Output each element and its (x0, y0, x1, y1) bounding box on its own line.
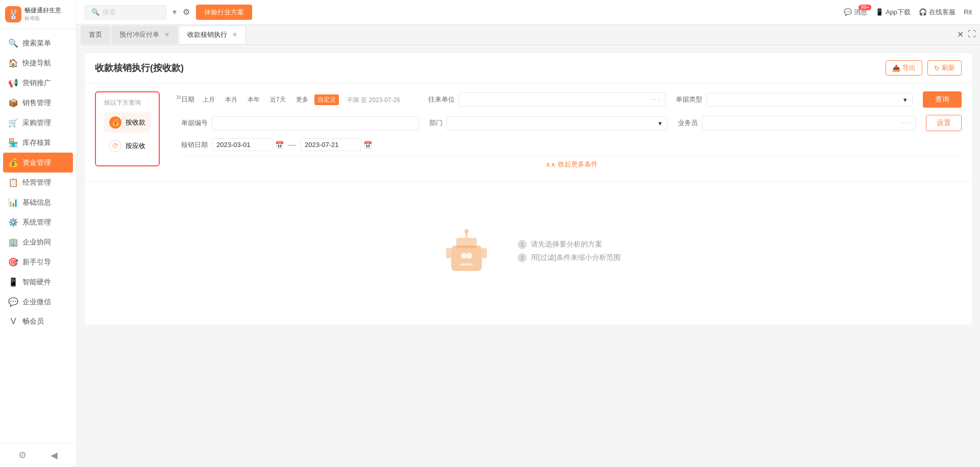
online-service-button[interactable]: 🎧 在线客服 (919, 8, 955, 17)
sidebar-label-wechat: 企业微信 (22, 298, 51, 307)
svg-point-3 (466, 253, 472, 259)
sidebar-item-hardware[interactable]: 📱智能硬件 (0, 272, 76, 292)
tabbar: 首页 预付冲应付单 ✕ 收款核销执行 ✕ ✕ ⛶ (77, 24, 980, 45)
doc-no-input[interactable] (212, 116, 419, 130)
sidebar-item-inventory[interactable]: 🏪库存核算 (0, 133, 76, 153)
topbar-right: 💬 消息 99+ 📱 App下载 🎧 在线客服 Rit (844, 8, 972, 17)
tabbar-right: ✕ ⛶ (957, 30, 976, 39)
counterparty-label: 往来单位 (428, 95, 455, 104)
date-tab-custom[interactable]: 自定义 (314, 94, 339, 105)
filter-by-receivable[interactable]: ⏱ 按应收 (104, 136, 151, 156)
date-tab-this-month[interactable]: 本月 (221, 94, 241, 105)
collapse-sidebar-icon[interactable]: ◀ (51, 450, 58, 461)
writeoff-date-start-input[interactable] (212, 138, 273, 151)
sidebar-label-system: 系统管理 (22, 218, 51, 227)
sidebar-bottom: ⚙ ◀ (0, 443, 76, 467)
hardware-icon: 📱 (8, 277, 18, 287)
refresh-button[interactable]: ↻ 刷新 (927, 60, 962, 76)
sidebar-label-search: 搜索菜单 (22, 39, 51, 48)
sidebar-label-business: 经营管理 (22, 178, 51, 187)
sidebar-item-marketing[interactable]: 📢营销推广 (0, 73, 76, 93)
sidebar-logo: 🐰 畅捷通好生意 标准版 (0, 0, 76, 29)
date-field: 日期 上月 本月 本年 近7天 更多 自定义 不限 至 2023-07-26 (181, 94, 418, 105)
industry-solution-button[interactable]: 休验行业方案 (196, 5, 252, 20)
doc-no-field: 单据编号 (181, 116, 419, 130)
search-placeholder: 搜索 (103, 8, 116, 17)
date-tab-7days[interactable]: 近7天 (266, 94, 290, 105)
writeoff-date-end-input[interactable] (300, 138, 361, 151)
date-tab-last-month[interactable]: 上月 (199, 94, 219, 105)
salesperson-more-icon[interactable]: ··· (901, 118, 911, 128)
setting-button[interactable]: 设置 (926, 115, 962, 131)
collapse-more-button[interactable]: ∧∧ 收起更多条件 (181, 155, 962, 173)
calendar-start-icon[interactable]: 📅 (275, 141, 284, 149)
sidebar-item-member[interactable]: V畅会员 (0, 312, 76, 331)
sidebar-item-search[interactable]: 🔍搜索菜单 (0, 33, 76, 53)
gear-icon[interactable]: ⚙ (183, 7, 190, 17)
wechat-icon: 💬 (8, 297, 18, 307)
sidebar-item-corp[interactable]: 🏢企业协同 (0, 232, 76, 252)
finance-icon: 💰 (8, 158, 18, 167)
empty-illustration (436, 223, 497, 284)
calendar-end-icon[interactable]: 📅 (363, 141, 372, 149)
page-actions: 📤 导出 ↻ 刷新 (886, 60, 962, 76)
close-receipt-tab-icon[interactable]: ✕ (232, 31, 237, 38)
doc-type-field: 单据类型 ▾ (676, 93, 913, 107)
search-icon: 🔍 (91, 8, 100, 16)
salesperson-label: 业务员 (678, 118, 698, 128)
filter-row-1: 日期 上月 本月 本年 近7天 更多 自定义 不限 至 2023-07-26 (181, 91, 962, 108)
counterparty-more-icon[interactable]: ··· (651, 95, 660, 104)
filter-left-title: 按以下方查询 (104, 99, 151, 107)
sidebar-item-business[interactable]: 📋经营管理 (0, 173, 76, 192)
system-icon: ⚙️ (8, 217, 18, 227)
doc-no-label: 单据编号 (181, 118, 208, 128)
svg-rect-1 (456, 238, 477, 248)
sidebar-item-sales[interactable]: 📦销售管理 (0, 93, 76, 113)
date-label: 日期 (181, 95, 194, 104)
filter-row-3: 核销日期 📅 — 📅 (181, 138, 962, 151)
user-profile[interactable]: Rit (964, 8, 972, 16)
sidebar-menu: 🔍搜索菜单🏠快捷导航📢营销推广📦销售管理🛒采购管理🏪库存核算💰资金管理📋经营管理… (0, 29, 76, 443)
guide-icon: 🎯 (8, 257, 18, 267)
sidebar-label-purchase: 采购管理 (22, 118, 51, 128)
close-all-tabs-icon[interactable]: ✕ (957, 30, 964, 39)
message-badge: 99+ (859, 5, 871, 10)
chevron-down-icon[interactable]: ▾ (173, 7, 177, 17)
settings-icon[interactable]: ⚙ (18, 450, 27, 461)
sidebar-label-hardware: 智能硬件 (22, 278, 51, 287)
app-download-button[interactable]: 📱 App下载 (875, 8, 911, 17)
writeoff-date-field: 核销日期 📅 — 📅 (181, 138, 962, 151)
sidebar-item-quicknav[interactable]: 🏠快捷导航 (0, 53, 76, 73)
close-prepay-tab-icon[interactable]: ✕ (164, 31, 169, 38)
sidebar-item-system[interactable]: ⚙️系统管理 (0, 212, 76, 232)
sidebar-item-finance[interactable]: 💰资金管理 (3, 153, 73, 173)
sidebar-label-inventory: 库存核算 (22, 138, 51, 148)
query-button[interactable]: 查询 (923, 91, 962, 108)
date-range-separator: — (288, 140, 296, 150)
tab-prepay[interactable]: 预付冲应付单 ✕ (111, 26, 178, 44)
receipt-option-icon: 💰 (109, 116, 121, 129)
dept-select[interactable]: ▾ (447, 116, 667, 130)
dept-label: 部门 (429, 118, 443, 128)
topbar-search[interactable]: 🔍 搜索 (85, 5, 166, 19)
maximize-icon[interactable]: ⛶ (968, 30, 976, 39)
chevron-down-doc-type-icon: ▾ (903, 96, 907, 104)
collapse-filter-panel-button[interactable]: » (176, 91, 181, 102)
message-button[interactable]: 💬 消息 99+ (844, 8, 867, 17)
sidebar-item-wechat[interactable]: 💬企业微信 (0, 292, 76, 312)
sidebar-item-purchase[interactable]: 🛒采购管理 (0, 113, 76, 133)
export-button[interactable]: 📤 导出 (886, 60, 922, 76)
sidebar-item-basic[interactable]: 📊基础信息 (0, 192, 76, 212)
date-tab-more[interactable]: 更多 (292, 94, 312, 105)
svg-rect-0 (451, 245, 482, 271)
doc-type-select[interactable]: ▾ (706, 93, 913, 107)
filter-by-receipt[interactable]: 💰 按收款 (104, 112, 151, 133)
quicknav-icon: 🏠 (8, 58, 18, 68)
tab-receipt[interactable]: 收款核销执行 ✕ (179, 26, 246, 44)
member-icon: V (8, 317, 18, 326)
sidebar-item-guide[interactable]: 🎯新手引导 (0, 252, 76, 272)
filter-fields: 日期 上月 本月 本年 近7天 更多 自定义 不限 至 2023-07-26 (181, 91, 962, 173)
tab-home[interactable]: 首页 (81, 26, 110, 44)
date-tab-this-year[interactable]: 本年 (243, 94, 264, 105)
writeoff-date-range: 📅 — 📅 (212, 138, 372, 151)
